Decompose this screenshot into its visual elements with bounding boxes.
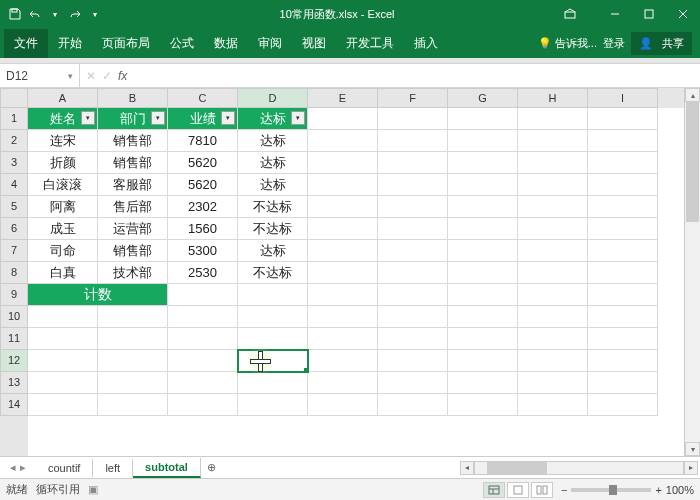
cell-score[interactable]: 2302 [168, 196, 238, 218]
cell-empty[interactable] [98, 350, 168, 372]
cell-dept[interactable]: 运营部 [98, 218, 168, 240]
cell-empty[interactable] [378, 372, 448, 394]
cell-status[interactable]: 达标 [238, 174, 308, 196]
cell-empty[interactable] [308, 218, 378, 240]
cell-empty[interactable] [238, 284, 308, 306]
record-macro-icon[interactable]: ▣ [88, 483, 98, 496]
filter-dropdown-icon[interactable]: ▾ [151, 111, 165, 125]
cell-empty[interactable] [98, 394, 168, 416]
cell-empty[interactable] [308, 130, 378, 152]
cell-empty[interactable] [168, 328, 238, 350]
zoom-out-button[interactable]: − [561, 484, 567, 496]
maximize-button[interactable] [632, 0, 666, 28]
cell-empty[interactable] [378, 306, 448, 328]
cell-name[interactable]: 折颜 [28, 152, 98, 174]
cell-empty[interactable] [588, 108, 658, 130]
count-label-cell[interactable]: 计数 [28, 284, 168, 306]
tab-file[interactable]: 文件 [4, 29, 48, 58]
sheet-tab-countif[interactable]: countif [36, 459, 93, 477]
redo-icon[interactable] [68, 7, 82, 21]
cell-empty[interactable] [238, 372, 308, 394]
row-header-13[interactable]: 13 [0, 372, 28, 394]
row-header-10[interactable]: 10 [0, 306, 28, 328]
cell-empty[interactable] [308, 394, 378, 416]
sheet-tab-left[interactable]: left [93, 459, 133, 477]
normal-view-button[interactable] [483, 482, 505, 498]
cell-name[interactable]: 连宋 [28, 130, 98, 152]
row-header-6[interactable]: 6 [0, 218, 28, 240]
cell-empty[interactable] [518, 152, 588, 174]
filter-dropdown-icon[interactable]: ▾ [221, 111, 235, 125]
scroll-down-button[interactable]: ▾ [685, 442, 700, 456]
page-layout-view-button[interactable] [507, 482, 529, 498]
cell-empty[interactable] [588, 350, 658, 372]
cell-dept[interactable]: 销售部 [98, 152, 168, 174]
zoom-slider[interactable] [571, 488, 651, 492]
cell-empty[interactable] [378, 152, 448, 174]
new-sheet-button[interactable]: ⊕ [201, 461, 223, 474]
tab-review[interactable]: 审阅 [248, 29, 292, 58]
row-header-7[interactable]: 7 [0, 240, 28, 262]
cell-empty[interactable] [378, 262, 448, 284]
fx-icon[interactable]: fx [118, 69, 127, 83]
tab-developer[interactable]: 开发工具 [336, 29, 404, 58]
cell-empty[interactable] [378, 240, 448, 262]
cell-empty[interactable] [98, 372, 168, 394]
share-button[interactable]: 👤 共享 [631, 32, 692, 55]
row-header-12[interactable]: 12 [0, 350, 28, 372]
cell-empty[interactable] [588, 174, 658, 196]
cell-empty[interactable] [518, 130, 588, 152]
cell-empty[interactable] [238, 328, 308, 350]
tell-me[interactable]: 💡告诉我... [538, 36, 597, 51]
row-header-9[interactable]: 9 [0, 284, 28, 306]
cell-dept[interactable]: 技术部 [98, 262, 168, 284]
cell-empty[interactable] [308, 262, 378, 284]
chevron-down-icon[interactable]: ▾ [48, 7, 62, 21]
cell-empty[interactable] [588, 240, 658, 262]
cell-empty[interactable] [448, 174, 518, 196]
undo-icon[interactable] [28, 7, 42, 21]
cell-empty[interactable] [448, 350, 518, 372]
cell-empty[interactable] [518, 262, 588, 284]
ribbon-display-options-icon[interactable] [564, 8, 598, 20]
cell-empty[interactable] [378, 218, 448, 240]
cell-dept[interactable]: 售后部 [98, 196, 168, 218]
column-header-i[interactable]: I [588, 88, 658, 108]
cell-empty[interactable] [238, 306, 308, 328]
column-header-g[interactable]: G [448, 88, 518, 108]
cell-empty[interactable] [518, 394, 588, 416]
cell-empty[interactable] [448, 152, 518, 174]
cell-empty[interactable] [98, 306, 168, 328]
cell-empty[interactable] [168, 394, 238, 416]
cell-empty[interactable] [168, 350, 238, 372]
cell-empty[interactable] [238, 394, 308, 416]
cell-empty[interactable] [448, 394, 518, 416]
cell-status[interactable]: 不达标 [238, 262, 308, 284]
signin-button[interactable]: 登录 [603, 36, 625, 51]
nav-prev-icon[interactable]: ◂ [10, 461, 16, 474]
cell-empty[interactable] [588, 152, 658, 174]
name-box[interactable]: D12 ▾ [0, 64, 80, 87]
cell-empty[interactable] [448, 218, 518, 240]
zoom-in-button[interactable]: + [655, 484, 661, 496]
tab-view[interactable]: 视图 [292, 29, 336, 58]
cell-name[interactable]: 阿离 [28, 196, 98, 218]
cell-score[interactable]: 1560 [168, 218, 238, 240]
cell-score[interactable]: 2530 [168, 262, 238, 284]
cell-empty[interactable] [98, 328, 168, 350]
cell-empty[interactable] [588, 372, 658, 394]
chevron-down-icon[interactable]: ▾ [68, 71, 73, 81]
cell-empty[interactable] [588, 284, 658, 306]
cell-empty[interactable] [588, 262, 658, 284]
cell-empty[interactable] [448, 306, 518, 328]
selected-cell[interactable] [238, 350, 308, 372]
cell-empty[interactable] [378, 350, 448, 372]
cell-score[interactable]: 5620 [168, 152, 238, 174]
cell-empty[interactable] [448, 108, 518, 130]
close-button[interactable] [666, 0, 700, 28]
sheet-tab-subtotal[interactable]: subtotal [133, 458, 201, 478]
cell-empty[interactable] [308, 372, 378, 394]
cell-status[interactable]: 达标 [238, 130, 308, 152]
cell-name[interactable]: 白滚滚 [28, 174, 98, 196]
cell-dept[interactable]: 销售部 [98, 240, 168, 262]
